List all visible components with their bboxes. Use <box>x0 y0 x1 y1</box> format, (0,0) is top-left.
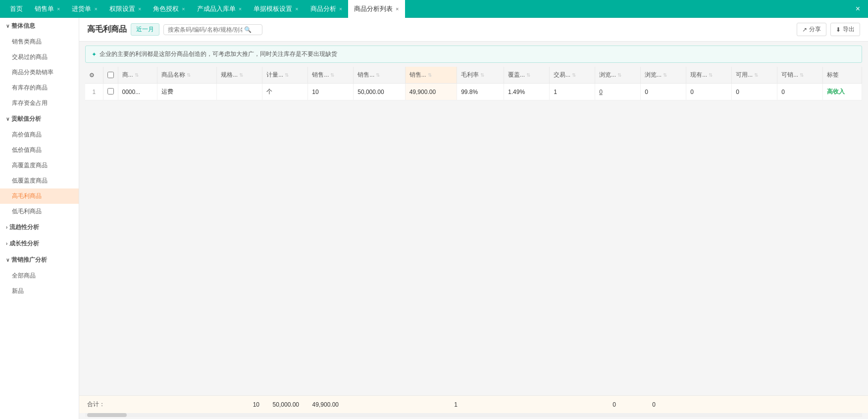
chevron-down-icon-3: ∨ <box>6 257 9 263</box>
sidebar-item-high-value[interactable]: 高价值商品 <box>0 127 79 142</box>
sidebar-item-all-goods[interactable]: 全部商品 <box>0 268 79 283</box>
col-tag[interactable]: 标签 <box>823 67 862 84</box>
content-area: 高毛利商品 近一月 🔍 ↗ 分享 ⬇ 导出 ✦ 企业的主要的利润都是这部分商品创… <box>79 18 868 419</box>
export-button[interactable]: ⬇ 导出 <box>830 23 860 36</box>
scrollbar-thumb[interactable] <box>87 413 127 417</box>
page-title: 高毛利商品 <box>87 24 127 35</box>
sidebar-item-new-goods[interactable]: 新品 <box>0 283 79 299</box>
sidebar-group-overall[interactable]: ∨ 整体信息 <box>0 18 79 34</box>
nav-template-settings[interactable]: 单据模板设置 × <box>248 0 304 18</box>
table-container[interactable]: ⚙ 商...⇅ 商品名称⇅ 规格...⇅ <box>85 67 862 231</box>
col-available-stock[interactable]: 可用...⇅ <box>732 67 777 84</box>
chevron-down-icon: ∨ <box>6 23 9 29</box>
nav-product-storage[interactable]: 产成品入库单 × <box>191 0 248 18</box>
search-icon[interactable]: 🔍 <box>244 26 252 33</box>
row-browse2: 0 <box>641 84 686 100</box>
horizontal-scrollbar[interactable] <box>85 413 862 417</box>
col-checkbox[interactable] <box>103 67 118 84</box>
sidebar-item-high-coverage[interactable]: 高覆盖度商品 <box>0 158 79 173</box>
sidebar-item-category-rate[interactable]: 商品分类助销率 <box>0 65 79 80</box>
footer-available-stock: 0 <box>620 401 660 408</box>
col-browse1[interactable]: 浏览...⇅ <box>595 67 641 84</box>
col-sellable-stock[interactable]: 可销...⇅ <box>777 67 823 84</box>
col-unit[interactable]: 计量...⇅ <box>262 67 308 84</box>
search-input[interactable] <box>168 26 242 33</box>
col-sales-amount[interactable]: 销售...⇅ <box>354 67 405 84</box>
close-role-auth[interactable]: × <box>182 6 185 12</box>
nav-product-analysis[interactable]: 商品分析 × <box>305 0 348 18</box>
sidebar-collapse-button[interactable]: 《 <box>79 209 79 229</box>
sidebar-group-growth[interactable]: › 成长性分析 <box>0 235 79 252</box>
sidebar-item-high-margin[interactable]: 高毛利商品 <box>0 188 79 204</box>
row-current-stock: 0 <box>686 84 732 100</box>
sidebar-group-marketing[interactable]: ∨ 营销推广分析 <box>0 252 79 268</box>
col-transaction[interactable]: 交易...⇅ <box>550 67 595 84</box>
data-table: ⚙ 商...⇅ 商品名称⇅ 规格...⇅ <box>85 67 862 100</box>
footer-current-stock: 0 <box>580 401 620 408</box>
chevron-right-icon-2: › <box>6 241 7 246</box>
nav-purchase-order[interactable]: 进货单 × <box>66 0 103 18</box>
row-sales-qty: 10 <box>308 84 354 100</box>
table-row: 1 0000... 运费 个 10 50,000.00 49,900.00 99… <box>85 84 862 100</box>
footer-summary: 合计： 10 50,000.00 49,900.00 1 0 0 <box>79 395 868 413</box>
col-spec[interactable]: 规格...⇅ <box>217 67 262 84</box>
nav-home[interactable]: 首页 <box>4 0 29 18</box>
col-coverage[interactable]: 覆盖...⇅ <box>504 67 550 84</box>
row-available-stock: 0 <box>732 84 777 100</box>
sidebar-item-low-value[interactable]: 低价值商品 <box>0 142 79 158</box>
footer-sales-net: 49,900.00 <box>303 401 343 408</box>
row-checkbox-cell[interactable] <box>103 84 118 100</box>
sidebar: ∨ 整体信息 销售类商品 交易过的商品 商品分类助销率 有库存的商品 库存资金占… <box>0 18 79 419</box>
close-product-storage[interactable]: × <box>239 6 242 12</box>
col-sales-qty[interactable]: 销售...⇅ <box>308 67 354 84</box>
row-spec <box>217 84 262 100</box>
col-sales-net[interactable]: 销售...⇅ <box>405 67 457 84</box>
share-button[interactable]: ↗ 分享 <box>797 23 826 36</box>
col-current-stock[interactable]: 现有...⇅ <box>686 67 732 84</box>
content-spacer <box>79 231 868 395</box>
sidebar-item-low-coverage[interactable]: 低覆盖度商品 <box>0 173 79 188</box>
col-code[interactable]: 商...⇅ <box>118 67 157 84</box>
close-product-analysis-list[interactable]: × <box>396 6 399 12</box>
row-gross-margin: 99.8% <box>457 84 504 100</box>
row-checkbox[interactable] <box>107 88 114 94</box>
export-icon: ⬇ <box>836 26 841 33</box>
sidebar-item-traded-goods[interactable]: 交易过的商品 <box>0 49 79 65</box>
sidebar-group-contribution[interactable]: ∨ 贡献值分析 <box>0 111 79 127</box>
search-box[interactable]: 🔍 <box>163 24 262 35</box>
nav-product-analysis-list[interactable]: 商品分析列表 × <box>348 0 405 18</box>
sidebar-item-sales-goods[interactable]: 销售类商品 <box>0 34 79 49</box>
sidebar-item-in-stock[interactable]: 有库存的商品 <box>0 80 79 95</box>
nav-role-auth[interactable]: 角色授权 × <box>147 0 191 18</box>
col-gross-margin[interactable]: 毛利率⇅ <box>457 67 504 84</box>
nav-permission-settings[interactable]: 权限设置 × <box>103 0 147 18</box>
row-browse1[interactable]: 0 <box>595 84 641 100</box>
footer-sales-qty: 10 <box>224 401 263 408</box>
tip-text: 企业的主要的利润都是这部分商品创造的，可考虑加大推广，同时关注库存是不要出现缺货 <box>100 50 337 58</box>
header-actions: ↗ 分享 ⬇ 导出 <box>797 23 860 36</box>
col-settings[interactable]: ⚙ <box>85 67 103 84</box>
filter-recent-month-button[interactable]: 近一月 <box>131 23 159 36</box>
row-number: 1 <box>85 84 103 100</box>
select-all-checkbox[interactable] <box>107 72 114 78</box>
tip-bar: ✦ 企业的主要的利润都是这部分商品创造的，可考虑加大推广，同时关注库存是不要出现… <box>85 46 862 63</box>
close-product-analysis[interactable]: × <box>339 6 342 12</box>
col-browse2[interactable]: 浏览...⇅ <box>641 67 686 84</box>
close-template-settings[interactable]: × <box>295 6 298 12</box>
content-header: 高毛利商品 近一月 🔍 ↗ 分享 ⬇ 导出 <box>79 18 868 42</box>
sidebar-group-trend[interactable]: › 流趋性分析 <box>0 219 79 235</box>
col-name[interactable]: 商品名称⇅ <box>157 67 217 84</box>
close-window-button[interactable]: × <box>852 4 864 13</box>
nav-sales-order[interactable]: 销售单 × <box>29 0 66 18</box>
close-permission-settings[interactable]: × <box>138 6 141 12</box>
close-purchase-order[interactable]: × <box>94 6 97 12</box>
row-unit: 个 <box>262 84 308 100</box>
tip-icon: ✦ <box>92 51 97 58</box>
table-header-row: ⚙ 商...⇅ 商品名称⇅ 规格...⇅ <box>85 67 862 84</box>
close-sales-order[interactable]: × <box>57 6 60 12</box>
share-icon: ↗ <box>802 26 807 33</box>
row-transaction: 1 <box>550 84 595 100</box>
top-navigation: 首页 销售单 × 进货单 × 权限设置 × 角色授权 × 产成品入库单 × 单据… <box>0 0 868 18</box>
sidebar-item-stock-capital[interactable]: 库存资金占用 <box>0 95 79 111</box>
sidebar-item-low-margin[interactable]: 低毛利商品 <box>0 204 79 219</box>
